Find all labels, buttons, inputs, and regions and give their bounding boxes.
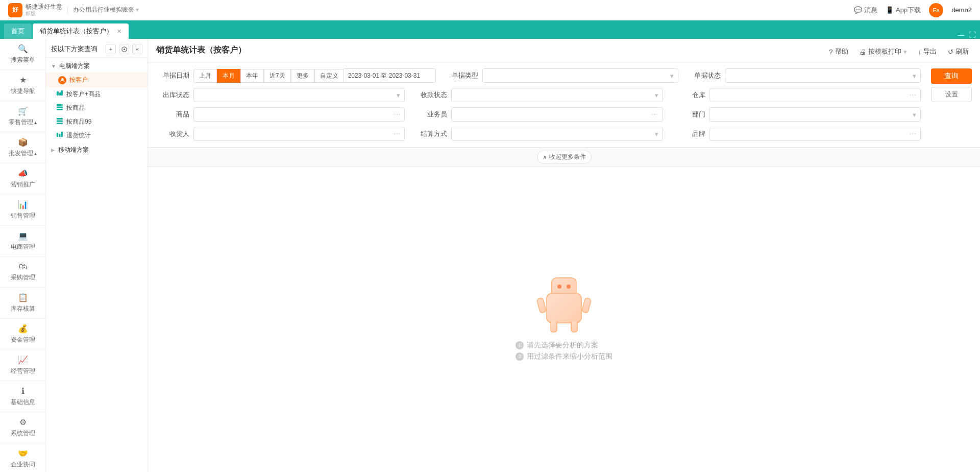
- warehouse-input[interactable]: ···: [709, 88, 921, 102]
- sidebar-item-ecommerce[interactable]: 💻 电商管理: [0, 226, 45, 257]
- robot-leg-left: [550, 321, 557, 333]
- scheme-label-by-customer-goods: 按客户+商品: [66, 90, 101, 99]
- sidebar-item-search-label: 搜索菜单: [11, 56, 35, 64]
- date-last-7-btn[interactable]: 近7天: [264, 69, 291, 83]
- scheme-item-by-customer[interactable]: 按客户: [46, 73, 148, 87]
- refresh-btn[interactable]: ↺ 刷新: [945, 45, 972, 58]
- by-goods-99-icon: [56, 117, 63, 126]
- sidebar-item-inventory-label: 库存核算: [11, 304, 35, 313]
- system-icon: ⚙: [19, 417, 27, 427]
- collapse-filters-btn[interactable]: ∧ 收起更多条件: [537, 151, 592, 163]
- brand-label: 品牌: [672, 129, 705, 138]
- app-download-btn[interactable]: 📱 App下载: [886, 6, 921, 15]
- tab-sales-stat[interactable]: 销货单统计表（按客户） ✕: [33, 23, 129, 39]
- goods-dots[interactable]: ···: [394, 110, 400, 119]
- date-last-month-btn[interactable]: 上月: [193, 69, 217, 83]
- sidebar-item-basic-info[interactable]: ℹ 基础信息: [0, 381, 45, 412]
- date-range-input[interactable]: 2023-03-01 至 2023-03-31: [344, 68, 436, 83]
- empty-hint-list: ① 请先选择要分析的方案 ② 用过滤条件来缩小分析范围: [516, 340, 612, 362]
- logo-text: 畅捷通好生意 标版: [26, 3, 62, 16]
- sidebar-item-search[interactable]: 🔍 搜索菜单: [0, 39, 45, 70]
- robot-eye-right: [567, 285, 571, 289]
- avatar-text: Ea: [933, 7, 940, 13]
- sidebar-item-inventory[interactable]: 📋 库存核算: [0, 288, 45, 319]
- date-this-year-btn[interactable]: 本年: [240, 69, 264, 83]
- sidebar-item-sales-mgmt-label: 销售管理: [11, 211, 35, 220]
- app-download-label: App下载: [896, 6, 921, 15]
- salesperson-input[interactable]: ···: [451, 107, 663, 122]
- breadcrumb[interactable]: 办公用品行业模拟账套 ▾: [73, 6, 139, 14]
- desktop-group-title: 电脑端方案: [59, 62, 90, 70]
- receipt-status-label: 收款状态: [414, 90, 447, 100]
- sidebar-item-retail-label: 零售管理: [9, 118, 33, 127]
- filter-section: 单据日期 上月 本月 本年 近7天 更多 自定义 2023-03-01: [148, 62, 980, 148]
- scheme-item-by-goods[interactable]: 按商品: [46, 101, 148, 115]
- salesperson-label: 业务员: [414, 110, 447, 119]
- tab-close-btn[interactable]: ✕: [117, 28, 121, 35]
- tab-bar: 首页 销货单统计表（按客户） ✕ — ⛶: [0, 20, 980, 39]
- hint1-text: 请先选择要分析的方案: [527, 341, 598, 350]
- sidebar-item-operation[interactable]: 📈 经营管理: [0, 350, 45, 381]
- desktop-scheme-group: ▼ 电脑端方案 按客户 按客户+商品 按商品: [46, 58, 148, 143]
- sidebar-item-basic-info-label: 基础信息: [11, 398, 35, 407]
- svg-point-1: [123, 48, 125, 50]
- doc-type-arrow-icon: ▾: [670, 72, 674, 80]
- user-name: demo2: [951, 6, 972, 14]
- date-more-btn[interactable]: 更多: [291, 69, 314, 83]
- robot-body: [546, 293, 582, 323]
- brand-dots[interactable]: ···: [910, 129, 916, 138]
- tab-minimize-btn[interactable]: —: [958, 31, 965, 39]
- goods-input[interactable]: ···: [193, 107, 405, 122]
- help-btn[interactable]: ? 帮助: [826, 45, 851, 58]
- receipt-status-input[interactable]: ▾: [451, 88, 663, 102]
- goods-label: 商品: [156, 110, 189, 119]
- user-avatar[interactable]: Ea: [929, 3, 943, 17]
- retail-icon: 🛒: [18, 106, 28, 116]
- collapse-panel-btn[interactable]: «: [132, 44, 142, 54]
- brand-input[interactable]: ···: [709, 127, 921, 141]
- sidebar-item-enterprise[interactable]: 🤝 企业协同: [0, 443, 45, 472]
- sidebar-item-sales-mgmt[interactable]: 📊 销售管理: [0, 195, 45, 226]
- salesperson-dots[interactable]: ···: [651, 110, 658, 119]
- dept-input[interactable]: ▾: [709, 107, 921, 122]
- tab-home[interactable]: 首页: [4, 23, 32, 39]
- date-custom-btn[interactable]: 自定义: [314, 69, 344, 83]
- receiver-input[interactable]: ···: [193, 127, 405, 141]
- settings-btn[interactable]: 设置: [931, 87, 972, 102]
- receiver-dots[interactable]: ···: [394, 129, 400, 138]
- warehouse-dots[interactable]: ···: [910, 90, 916, 100]
- export-label: 导出: [923, 47, 937, 56]
- message-icon: 💬: [854, 6, 862, 14]
- edit-scheme-btn[interactable]: [119, 44, 129, 54]
- sidebar-item-marketing[interactable]: 📣 营销推广: [0, 163, 45, 195]
- print-btn[interactable]: 🖨 按模板打印 ▾: [856, 45, 910, 58]
- doc-type-input[interactable]: ▾: [482, 68, 678, 83]
- tab-maximize-btn[interactable]: ⛶: [969, 31, 976, 39]
- purchase-icon: 🛍: [19, 262, 27, 271]
- scheme-item-by-customer-goods[interactable]: 按客户+商品: [46, 87, 148, 101]
- mobile-group-header[interactable]: ▶ 移动端方案: [46, 143, 148, 157]
- add-scheme-btn[interactable]: +: [106, 44, 116, 54]
- sidebar-item-quick-nav[interactable]: ★ 快捷导航: [0, 70, 45, 101]
- query-btn[interactable]: 查询: [931, 68, 972, 84]
- sidebar-item-retail[interactable]: 🛒 零售管理 ▴: [0, 101, 45, 132]
- left-panel-title: 按以下方案查询: [51, 44, 97, 54]
- basic-info-icon: ℹ: [21, 386, 24, 396]
- sidebar-item-finance[interactable]: 💰 资金管理: [0, 319, 45, 350]
- doc-status-input[interactable]: ▾: [725, 68, 921, 83]
- export-btn[interactable]: ↓ 导出: [915, 45, 940, 58]
- out-status-arrow-icon: ▾: [397, 91, 400, 99]
- scheme-item-by-goods-99[interactable]: 按商品99: [46, 115, 148, 129]
- hint1-bullet: ①: [516, 341, 524, 349]
- desktop-group-header[interactable]: ▼ 电脑端方案: [46, 58, 148, 73]
- scheme-item-return-stat[interactable]: 退货统计: [46, 129, 148, 143]
- sidebar-item-purchase[interactable]: 🛍 采购管理: [0, 257, 45, 288]
- enterprise-icon: 🤝: [18, 449, 28, 458]
- out-status-input[interactable]: ▾: [193, 88, 405, 102]
- sidebar-item-ecommerce-label: 电商管理: [11, 243, 35, 251]
- date-this-month-btn[interactable]: 本月: [217, 69, 240, 83]
- message-btn[interactable]: 💬 消息: [854, 6, 877, 15]
- settle-input[interactable]: ▾: [451, 127, 663, 141]
- sidebar-item-system[interactable]: ⚙ 系统管理: [0, 412, 45, 443]
- sidebar-item-wholesale[interactable]: 📦 批发管理 ▴: [0, 132, 45, 163]
